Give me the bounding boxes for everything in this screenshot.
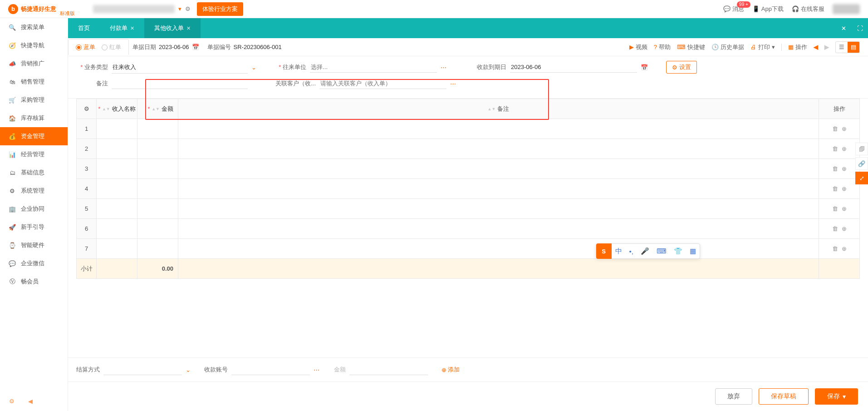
ime-lang[interactable]: 中 — [612, 247, 626, 256]
gear-icon[interactable]: ⚙ — [185, 5, 191, 12]
remark-input[interactable] — [112, 78, 248, 89]
due-date-input[interactable]: 2023-06-06 — [510, 62, 637, 73]
add-row-icon[interactable]: ⊕ — [842, 185, 847, 192]
add-row-icon[interactable]: ⊕ — [842, 165, 847, 172]
history-button[interactable]: 🕓历史单据 — [711, 43, 744, 51]
table-config-button[interactable]: ⚙ — [77, 99, 97, 119]
table-row[interactable]: 3🗑⊕ — [77, 159, 860, 179]
more-icon[interactable]: ⋯ — [441, 64, 447, 71]
sidebar-item-12[interactable]: ⌚智能硬件 — [0, 236, 68, 254]
red-doc-radio[interactable]: 红单 — [102, 43, 121, 51]
sidebar-item-6[interactable]: 💰资金管理 — [0, 127, 68, 145]
add-row-icon[interactable]: ⊕ — [842, 205, 847, 212]
doc-date-value[interactable]: 2023-06-06 — [159, 44, 189, 50]
tab-1[interactable]: 付款单✕ — [100, 18, 144, 38]
add-row-icon[interactable]: ⊕ — [842, 145, 847, 152]
add-settlement-button[interactable]: ⊕添加 — [441, 366, 460, 374]
add-row-icon[interactable]: ⊕ — [842, 225, 847, 232]
biz-type-select[interactable]: 往来收入 — [112, 61, 248, 74]
more-icon[interactable]: ⋯ — [314, 366, 320, 373]
rail-link-icon[interactable]: 🔗 — [855, 157, 868, 170]
sidebar-item-2[interactable]: 📣营销推广 — [0, 54, 68, 73]
delete-row-icon[interactable]: 🗑 — [832, 205, 838, 212]
messages-link[interactable]: 💬 消息 99 + — [723, 5, 744, 13]
settle-method-select[interactable] — [103, 364, 182, 375]
more-icon[interactable]: ⋯ — [450, 80, 457, 87]
ime-toolbar[interactable]: S 中 •, 🎤 ⌨ 👕 ▦ — [596, 243, 700, 259]
col-remark[interactable]: 备注 — [497, 105, 509, 112]
delete-row-icon[interactable]: 🗑 — [832, 125, 838, 132]
rail-expand-icon[interactable]: ⤢ — [855, 172, 868, 184]
view-form-button[interactable]: ▤ — [848, 42, 859, 53]
table-row[interactable]: 5🗑⊕ — [77, 199, 860, 219]
add-row-icon[interactable]: ⊕ — [842, 245, 847, 252]
video-help-button[interactable]: ▶视频 — [629, 43, 647, 51]
discard-button[interactable]: 放弃 — [715, 388, 752, 405]
shortcut-button[interactable]: ⌨快捷键 — [677, 43, 705, 51]
company-selector[interactable]: ▾ ⚙ — [93, 5, 191, 13]
sidebar-item-9[interactable]: ⚙系统管理 — [0, 182, 68, 200]
chevron-down-icon[interactable]: ⌄ — [186, 366, 191, 373]
try-industry-button[interactable]: 体验行业方案 — [197, 2, 243, 16]
col-amount[interactable]: 金额 — [162, 105, 173, 112]
receipt-account-input[interactable] — [231, 364, 310, 375]
table-row[interactable]: 7🗑⊕ — [77, 239, 860, 259]
tab-close-button[interactable]: ✕ — [835, 18, 852, 38]
close-icon[interactable]: ✕ — [130, 25, 134, 31]
sidebar-item-1[interactable]: 🧭快捷导航 — [0, 36, 68, 54]
sidebar-item-0[interactable]: 🔍搜索菜单 — [0, 18, 68, 36]
settings-button[interactable]: ⚙设置 — [666, 61, 697, 74]
prev-doc-button[interactable]: ◀ — [814, 44, 818, 50]
blue-doc-radio[interactable]: 蓝单 — [76, 43, 95, 51]
ime-skin-icon[interactable]: 👕 — [670, 247, 686, 255]
sidebar-item-8[interactable]: 🗂基础信息 — [0, 163, 68, 182]
sidebar-item-5[interactable]: 🏠库存核算 — [0, 109, 68, 127]
sidebar-item-14[interactable]: Ⓥ畅会员 — [0, 272, 68, 291]
operations-button[interactable]: ▦操作 — [788, 43, 807, 51]
sidebar-item-10[interactable]: 🏢企业协同 — [0, 200, 68, 218]
related-customer-input[interactable] — [319, 78, 446, 89]
table-row[interactable]: 4🗑⊕ — [77, 179, 860, 199]
print-button[interactable]: 🖨打印▾ — [750, 43, 775, 51]
tab-0[interactable]: 首页 — [68, 18, 100, 38]
party-input[interactable] — [310, 62, 437, 73]
app-download-link[interactable]: 📱 App下载 — [752, 5, 784, 13]
save-button[interactable]: 保存▾ — [815, 388, 858, 405]
sidebar-item-13[interactable]: 💬企业微信 — [0, 254, 68, 272]
collapse-icon[interactable]: ◀ — [28, 398, 33, 405]
delete-row-icon[interactable]: 🗑 — [832, 225, 838, 232]
rail-note-icon[interactable]: 🗐 — [855, 143, 868, 155]
delete-row-icon[interactable]: 🗑 — [832, 245, 838, 252]
ime-keyboard-icon[interactable]: ⌨ — [653, 247, 670, 255]
customer-service-link[interactable]: 🎧 在线客服 — [792, 5, 824, 13]
calendar-icon[interactable]: 📅 — [641, 64, 648, 71]
delete-row-icon[interactable]: 🗑 — [832, 185, 838, 192]
ime-mic-icon[interactable]: 🎤 — [637, 247, 653, 255]
view-list-button[interactable]: ☰ — [836, 42, 848, 53]
sidebar-item-7[interactable]: 📊经营管理 — [0, 145, 68, 163]
table-row[interactable]: 6🗑⊕ — [77, 219, 860, 239]
sidebar-item-4[interactable]: 🛒采购管理 — [0, 91, 68, 109]
user-avatar[interactable] — [833, 4, 860, 14]
sidebar-icon: 🚀 — [8, 224, 16, 231]
table-row[interactable]: 2🗑⊕ — [77, 139, 860, 159]
tab-2[interactable]: 其他收入单✕ — [144, 18, 201, 38]
delete-row-icon[interactable]: 🗑 — [832, 145, 838, 152]
settle-amount-input[interactable] — [349, 364, 428, 375]
sidebar-item-3[interactable]: 🛍销售管理 — [0, 73, 68, 91]
settings-icon[interactable]: ⚙ — [9, 398, 15, 405]
ime-menu-icon[interactable]: ▦ — [686, 247, 700, 255]
next-doc-button[interactable]: ▶ — [824, 44, 829, 50]
help-button[interactable]: ?帮助 — [654, 43, 671, 51]
add-row-icon[interactable]: ⊕ — [842, 125, 847, 132]
delete-row-icon[interactable]: 🗑 — [832, 165, 838, 172]
sidebar-item-11[interactable]: 🚀新手引导 — [0, 218, 68, 236]
calendar-icon[interactable]: 📅 — [192, 44, 199, 50]
close-icon[interactable]: ✕ — [186, 25, 191, 31]
fullscreen-button[interactable]: ⛶ — [852, 18, 868, 38]
ime-punct-icon[interactable]: •, — [626, 248, 637, 255]
save-draft-button[interactable]: 保存草稿 — [759, 388, 809, 405]
col-income-name[interactable]: 收入名称 — [112, 105, 136, 112]
table-row[interactable]: 1🗑⊕ — [77, 119, 860, 139]
chevron-down-icon[interactable]: ⌄ — [251, 64, 256, 71]
